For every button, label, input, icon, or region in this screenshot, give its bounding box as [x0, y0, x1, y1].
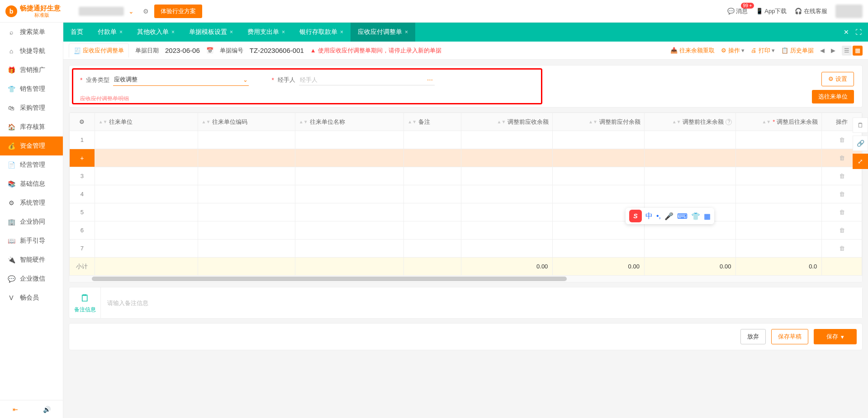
- cell-unit[interactable]: [95, 149, 198, 167]
- cell-code[interactable]: [198, 221, 295, 240]
- table-row[interactable]: 6🗑: [70, 221, 862, 240]
- sound-icon[interactable]: 🔊: [43, 406, 51, 413]
- cell-before-recv[interactable]: [461, 149, 553, 167]
- cell-code[interactable]: [198, 149, 295, 167]
- sidebar-item-sales[interactable]: 👕销售管理: [0, 80, 63, 99]
- rail-note-icon[interactable]: 🗒: [853, 117, 868, 133]
- cell-code[interactable]: [198, 240, 295, 258]
- cell-name[interactable]: [295, 221, 404, 240]
- delete-row-icon[interactable]: 🗑: [839, 173, 845, 179]
- help-icon[interactable]: ?: [726, 119, 732, 125]
- tab-银行存取款单[interactable]: 银行存取款单×: [292, 23, 351, 42]
- delete-row-icon[interactable]: 🗑: [839, 227, 845, 234]
- handler-picker-icon[interactable]: ⋯: [427, 76, 434, 83]
- add-row-icon[interactable]: +: [77, 154, 86, 163]
- doc-date-value[interactable]: 2023-06-06: [165, 47, 200, 54]
- tab-其他收入单[interactable]: 其他收入单×: [130, 23, 182, 42]
- cell-remark[interactable]: [404, 149, 461, 167]
- settings-button[interactable]: ⚙ 设置: [821, 72, 854, 86]
- app-download-link[interactable]: 📱 App下载: [756, 7, 787, 15]
- cell-name[interactable]: [295, 240, 404, 258]
- cell-after-bal[interactable]: [736, 149, 822, 167]
- cell-before-recv[interactable]: [461, 131, 553, 149]
- cell-unit[interactable]: [95, 185, 198, 203]
- cell-remark[interactable]: [404, 203, 461, 221]
- delete-row-icon[interactable]: 🗑: [839, 191, 845, 197]
- cell-before-pay[interactable]: [553, 149, 645, 167]
- collapse-icon[interactable]: ⇤: [13, 406, 18, 413]
- cell-after-bal[interactable]: [736, 185, 822, 203]
- cell-after-bal[interactable]: [736, 203, 822, 221]
- ime-lang[interactable]: 中: [645, 211, 653, 221]
- prev-doc-icon[interactable]: ◀: [820, 47, 825, 54]
- handler-input[interactable]: [300, 76, 427, 83]
- cell-before-pay[interactable]: [553, 240, 645, 258]
- biztype-select[interactable]: 应收调整 ⌄: [113, 74, 249, 86]
- cell-before-bal[interactable]: [644, 167, 736, 185]
- sidebar-item-enterprise[interactable]: 🏢企业协同: [0, 212, 63, 231]
- col-code[interactable]: ▲▼往来单位编码: [198, 113, 295, 131]
- tab-费用支出单[interactable]: 费用支出单×: [240, 23, 292, 42]
- sidebar-item-system[interactable]: ⚙系统管理: [0, 193, 63, 212]
- cell-before-bal[interactable]: [644, 149, 736, 167]
- table-row[interactable]: 1🗑: [70, 131, 862, 149]
- tab-close-icon[interactable]: ×: [340, 29, 343, 35]
- cell-before-recv[interactable]: [461, 240, 553, 258]
- cell-before-bal[interactable]: [644, 185, 736, 203]
- sidebar-item-wechat[interactable]: 💬企业微信: [0, 269, 63, 288]
- tab-close-icon[interactable]: ×: [171, 29, 175, 35]
- delete-row-icon[interactable]: 🗑: [839, 245, 845, 252]
- sidebar-item-quick-nav[interactable]: ⌂快捷导航: [0, 42, 63, 61]
- cell-name[interactable]: [295, 203, 404, 221]
- company-selector[interactable]: ⌄: [79, 7, 134, 16]
- operate-link[interactable]: ⚙ 操作 ▾: [721, 47, 745, 55]
- save-button[interactable]: 保存▾: [814, 329, 857, 344]
- cell-name[interactable]: [295, 131, 404, 149]
- cell-code[interactable]: [198, 185, 295, 203]
- tab-expand-icon[interactable]: ⛶: [855, 28, 862, 36]
- sidebar-item-basic[interactable]: 📚基础信息: [0, 174, 63, 193]
- cell-code[interactable]: [198, 203, 295, 221]
- ime-keyboard-icon[interactable]: ⌨: [677, 212, 688, 221]
- col-unit[interactable]: ▲▼往来单位: [95, 113, 198, 131]
- ime-punct-icon[interactable]: •,: [656, 212, 661, 220]
- sidebar-item-search-menu[interactable]: ⌕搜索菜单: [0, 23, 63, 42]
- table-row[interactable]: +🗑: [70, 149, 862, 167]
- delete-row-icon[interactable]: 🗑: [839, 155, 845, 161]
- horizontal-scrollbar[interactable]: [69, 276, 862, 282]
- tab-应收应付调整单[interactable]: 应收应付调整单×: [351, 23, 415, 42]
- cell-before-bal[interactable]: [644, 240, 736, 258]
- col-remark[interactable]: ▲▼备注: [404, 113, 461, 131]
- table-row[interactable]: 5🗑: [70, 203, 862, 221]
- cell-unit[interactable]: [95, 203, 198, 221]
- rail-link-icon[interactable]: 🔗: [853, 136, 868, 151]
- sidebar-item-purchase[interactable]: 🛍采购管理: [0, 99, 63, 117]
- tab-close-icon[interactable]: ×: [282, 29, 285, 35]
- print-link[interactable]: 🖨 打印 ▾: [751, 47, 775, 55]
- online-service-link[interactable]: 🎧 在线客服: [795, 7, 827, 15]
- cell-remark[interactable]: [404, 221, 461, 240]
- rail-expand-icon[interactable]: ⤢: [853, 154, 868, 169]
- sidebar-item-operation[interactable]: 📄经营管理: [0, 155, 63, 174]
- tab-close-all-icon[interactable]: ✕: [844, 28, 849, 36]
- cell-after-bal[interactable]: [736, 221, 822, 240]
- cell-before-recv[interactable]: [461, 203, 553, 221]
- save-draft-button[interactable]: 保存草稿: [771, 329, 808, 344]
- cell-before-recv[interactable]: [461, 185, 553, 203]
- cell-name[interactable]: [295, 185, 404, 203]
- cell-remark[interactable]: [404, 131, 461, 149]
- cell-before-pay[interactable]: [553, 185, 645, 203]
- col-before-bal[interactable]: ▲▼调整前往来余额 ?: [644, 113, 736, 131]
- discard-button[interactable]: 放弃: [740, 329, 766, 344]
- delete-row-icon[interactable]: 🗑: [839, 136, 845, 143]
- gear-icon[interactable]: ⚙: [143, 8, 149, 15]
- cell-after-bal[interactable]: [736, 131, 822, 149]
- sidebar-item-guide[interactable]: 📖新手引导: [0, 231, 63, 250]
- cell-unit[interactable]: [95, 240, 198, 258]
- sidebar-item-member[interactable]: V畅会员: [0, 288, 63, 307]
- messages-link[interactable]: 💬 消息 99 +: [727, 7, 748, 15]
- cell-remark[interactable]: [404, 167, 461, 185]
- sidebar-item-inventory[interactable]: 🏠库存核算: [0, 117, 63, 136]
- cell-remark[interactable]: [404, 185, 461, 203]
- remark-input[interactable]: [101, 287, 862, 318]
